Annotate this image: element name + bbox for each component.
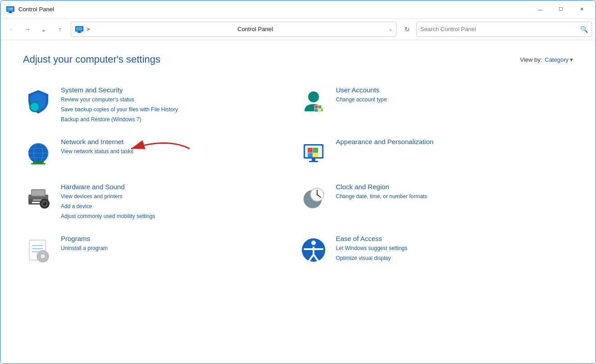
clock-region-link-1[interactable]: Change date, time, or number formats bbox=[336, 192, 428, 200]
ease-of-access-link-1[interactable]: Let Windows suggest settings bbox=[336, 244, 408, 252]
ease-of-access-icon-wrap bbox=[298, 235, 329, 265]
hardware-sound-name[interactable]: Hardware and Sound bbox=[61, 183, 155, 191]
hardware-sound-link-3[interactable]: Adjust commonly used mobility settings bbox=[61, 212, 155, 220]
svg-point-4 bbox=[8, 8, 9, 9]
svg-rect-31 bbox=[308, 148, 313, 153]
svg-rect-16 bbox=[315, 105, 318, 109]
user-accounts-info: User Accounts Change account type bbox=[336, 86, 387, 104]
svg-rect-40 bbox=[32, 190, 45, 196]
svg-rect-18 bbox=[315, 109, 318, 112]
svg-point-13 bbox=[31, 103, 39, 111]
hardware-sound-icon-wrap bbox=[23, 183, 54, 214]
system-security-info: System and Security Review your computer… bbox=[61, 86, 178, 123]
address-bar-icon bbox=[75, 25, 84, 34]
refresh-icon: ↻ bbox=[405, 26, 410, 33]
view-by-category-text: Category bbox=[545, 56, 569, 63]
svg-point-11 bbox=[77, 27, 78, 29]
svg-point-55 bbox=[316, 194, 318, 196]
appearance-info: Appearance and Personalization bbox=[336, 138, 434, 146]
user-accounts-name[interactable]: User Accounts bbox=[336, 86, 387, 94]
title-icon bbox=[6, 5, 15, 14]
forward-icon: → bbox=[24, 26, 31, 33]
clock-region-info: Clock and Region Change date, time, or n… bbox=[336, 183, 428, 200]
ease-of-access-name[interactable]: Ease of Access bbox=[336, 235, 408, 242]
svg-point-66 bbox=[311, 241, 316, 245]
search-input[interactable] bbox=[420, 26, 580, 32]
close-button[interactable]: ✕ bbox=[571, 2, 592, 17]
address-separator: > bbox=[86, 26, 235, 32]
system-security-link-3[interactable]: Backup and Restore (Windows 7) bbox=[61, 115, 178, 123]
hardware-sound-link-1[interactable]: View devices and printers bbox=[61, 192, 155, 200]
page-header: Adjust your computer's settings View by:… bbox=[23, 54, 573, 65]
ease-of-access-icon bbox=[300, 237, 327, 264]
network-internet-name[interactable]: Network and Internet bbox=[61, 138, 133, 146]
appearance-icon bbox=[300, 140, 327, 167]
view-by-value[interactable]: Category ▾ bbox=[545, 56, 573, 63]
svg-rect-2 bbox=[9, 12, 12, 13]
programs-icon bbox=[25, 237, 52, 264]
category-appearance: Appearance and Personalization bbox=[298, 131, 573, 176]
category-network-internet: Network and Internet View network status… bbox=[23, 131, 298, 176]
categories-grid: System and Security Review your computer… bbox=[23, 79, 573, 273]
svg-rect-3 bbox=[8, 13, 13, 13]
user-accounts-icon-wrap bbox=[298, 86, 329, 117]
network-internet-link-1[interactable]: View network status and tasks bbox=[61, 147, 133, 155]
ease-of-access-info: Ease of Access Let Windows suggest setti… bbox=[336, 235, 408, 262]
hardware-sound-link-2[interactable]: Add a device bbox=[61, 202, 155, 210]
svg-rect-5 bbox=[10, 8, 13, 9]
svg-rect-35 bbox=[312, 159, 315, 161]
up-button[interactable]: ↑ bbox=[53, 22, 67, 36]
refresh-button[interactable]: ↻ bbox=[400, 22, 414, 36]
forward-button[interactable]: → bbox=[20, 22, 35, 36]
system-security-link-1[interactable]: Review your computer's status bbox=[61, 96, 178, 104]
system-security-name[interactable]: System and Security bbox=[61, 86, 178, 94]
recent-locations-button[interactable]: ⌄ bbox=[36, 22, 51, 36]
svg-point-46 bbox=[43, 202, 45, 204]
user-accounts-link-1[interactable]: Change account type bbox=[336, 96, 387, 104]
category-ease-of-access: Ease of Access Let Windows suggest setti… bbox=[298, 228, 573, 273]
up-icon: ↑ bbox=[59, 26, 62, 33]
ease-of-access-link-2[interactable]: Optimize visual display bbox=[336, 254, 408, 262]
programs-icon-wrap bbox=[23, 235, 54, 265]
svg-rect-9 bbox=[78, 32, 81, 32]
minimize-button[interactable]: — bbox=[530, 2, 551, 17]
categories-section: System and Security Review your computer… bbox=[23, 79, 573, 273]
clock-region-icon bbox=[300, 185, 327, 212]
view-by-label: View by: bbox=[520, 56, 542, 63]
svg-rect-33 bbox=[308, 153, 313, 157]
system-security-link-2[interactable]: Save backup copies of your files with Fi… bbox=[61, 105, 178, 114]
category-user-accounts: User Accounts Change account type bbox=[298, 79, 573, 131]
view-by-control: View by: Category ▾ bbox=[520, 56, 573, 63]
svg-rect-6 bbox=[10, 9, 12, 9]
svg-rect-32 bbox=[313, 148, 318, 153]
clock-region-icon-wrap bbox=[298, 183, 329, 214]
network-internet-icon bbox=[25, 140, 52, 167]
window-title: Control Panel bbox=[18, 6, 54, 13]
svg-rect-17 bbox=[318, 105, 321, 109]
svg-rect-36 bbox=[309, 161, 318, 162]
programs-link-1[interactable]: Uninstall a program bbox=[61, 244, 108, 252]
address-dropdown-icon[interactable]: ⌄ bbox=[388, 26, 392, 32]
appearance-name[interactable]: Appearance and Personalization bbox=[336, 138, 434, 146]
category-clock-region: Clock and Region Change date, time, or n… bbox=[298, 176, 573, 228]
title-bar-left: Control Panel bbox=[6, 5, 54, 14]
hardware-sound-icon bbox=[25, 185, 52, 212]
window-controls: — ☐ ✕ bbox=[530, 2, 592, 17]
address-bar[interactable]: > Control Panel ⌄ bbox=[71, 22, 396, 37]
search-icon: 🔍 bbox=[580, 26, 588, 33]
page-title: Adjust your computer's settings bbox=[23, 54, 160, 65]
system-security-icon-wrap bbox=[23, 86, 54, 117]
svg-rect-27 bbox=[31, 163, 45, 164]
title-bar: Control Panel — ☐ ✕ bbox=[0, 0, 596, 18]
window: Control Panel — ☐ ✕ ← → ⌄ ↑ bbox=[0, 0, 596, 364]
back-button[interactable]: ← bbox=[4, 22, 18, 36]
search-bar[interactable]: 🔍 bbox=[416, 22, 592, 37]
svg-rect-10 bbox=[77, 32, 82, 33]
chevron-down-icon: ⌄ bbox=[41, 26, 46, 33]
programs-name[interactable]: Programs bbox=[61, 235, 108, 242]
address-path: Control Panel bbox=[237, 26, 386, 32]
clock-region-name[interactable]: Clock and Region bbox=[336, 183, 428, 191]
network-internet-info: Network and Internet View network status… bbox=[61, 138, 133, 155]
user-accounts-icon bbox=[300, 88, 327, 115]
maximize-button[interactable]: ☐ bbox=[551, 2, 571, 17]
